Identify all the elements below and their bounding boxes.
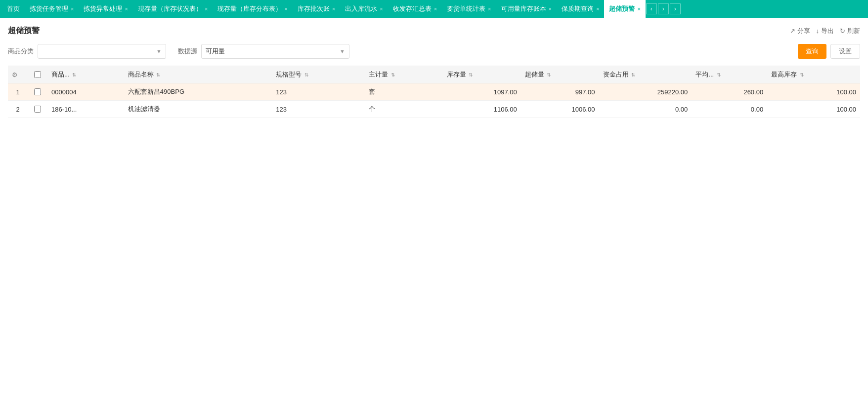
nav-item-stock-batch[interactable]: 库存批次账 × (293, 0, 340, 18)
cell-max-stock: 100.00 (767, 101, 860, 118)
data-table: ⚙ 商品... ⇅ 商品名称 ⇅ 规格型号 ⇅ (8, 66, 860, 118)
datasource-select[interactable]: 可用量 ▼ (201, 44, 349, 59)
th-checkbox (28, 66, 47, 83)
category-filter: 商品分类 ▼ (8, 44, 166, 59)
cell-stock-qty: 1097.00 (443, 83, 521, 101)
select-all-checkbox[interactable] (34, 71, 41, 78)
sort-icon: ⇅ (469, 72, 473, 78)
th-settings[interactable]: ⚙ (8, 66, 28, 83)
th-product-name[interactable]: 商品名称 ⇅ (124, 66, 272, 83)
sort-icon: ⇅ (547, 72, 551, 78)
page-content: 超储预警 ↗ 分享 ↓ 导出 ↻ 刷新 商品分类 ▼ 数据源 (0, 18, 868, 395)
export-icon: ↓ (816, 27, 820, 35)
settings-button[interactable]: 设置 (830, 44, 860, 59)
category-select[interactable]: ▼ (38, 44, 166, 59)
nav-item-avail-stock[interactable]: 可用量库存账本 × (496, 0, 557, 18)
th-stock-qty[interactable]: 库存量 ⇅ (443, 66, 521, 83)
close-icon[interactable]: × (488, 6, 491, 12)
category-label: 商品分类 (8, 47, 34, 56)
cell-max-stock: 100.00 (767, 83, 860, 101)
datasource-select-value: 可用量 (206, 47, 340, 56)
row-checkbox-cell (28, 83, 47, 101)
table-row: 2 186-10... 机油滤清器 123 个 1106.00 1006.00 … (8, 101, 860, 118)
nav-item-task-mgmt[interactable]: 拣货任务管理 × (25, 0, 79, 18)
close-icon[interactable]: × (549, 6, 552, 12)
datasource-filter: 数据源 可用量 ▼ (178, 44, 349, 59)
close-icon[interactable]: × (596, 6, 599, 12)
cell-product-code: 0000004 (47, 83, 124, 101)
chevron-down-icon: ▼ (156, 48, 162, 54)
gear-icon[interactable]: ⚙ (12, 71, 18, 79)
th-overstock-qty[interactable]: 超储量 ⇅ (521, 66, 599, 83)
row-checkbox[interactable] (34, 88, 41, 95)
table-row: 1 0000004 六配套新昌490BPG 123 套 1097.00 997.… (8, 83, 860, 101)
sort-icon: ⇅ (72, 72, 76, 78)
cell-product-name: 机油滤清器 (124, 101, 272, 118)
cell-spec: 123 (272, 101, 365, 118)
th-product-code[interactable]: 商品... ⇅ (47, 66, 124, 83)
cell-unit: 套 (365, 83, 443, 101)
th-max-stock[interactable]: 最高库存 ⇅ (767, 66, 860, 83)
page-header: 超储预警 ↗ 分享 ↓ 导出 ↻ 刷新 (8, 26, 860, 36)
nav-item-stock-status[interactable]: 现存量（库存状况表） × (133, 0, 213, 18)
th-unit[interactable]: 主计量 ⇅ (365, 66, 443, 83)
close-icon[interactable]: × (332, 6, 335, 12)
filter-buttons: 查询 设置 (798, 44, 860, 59)
cell-product-code: 186-10... (47, 101, 124, 118)
close-icon[interactable]: × (380, 6, 383, 12)
nav-item-home[interactable]: 首页 (2, 0, 25, 18)
row-checkbox[interactable] (34, 106, 41, 113)
nav-item-overstock[interactable]: 超储预警 × (604, 0, 645, 18)
th-capital-occ[interactable]: 资金占用 ⇅ (599, 66, 692, 83)
nav-item-shelf-life[interactable]: 保质期查询 × (557, 0, 604, 18)
row-checkbox-cell (28, 101, 47, 118)
cell-product-name: 六配套新昌490BPG (124, 83, 272, 101)
th-avg[interactable]: 平均... ⇅ (692, 66, 767, 83)
row-index: 1 (8, 83, 28, 101)
table-body: 1 0000004 六配套新昌490BPG 123 套 1097.00 997.… (8, 83, 860, 118)
sort-icon: ⇅ (717, 72, 721, 78)
nav-bar: 首页 拣货任务管理 × 拣货异常处理 × 现存量（库存状况表） × 现存量（库存… (0, 0, 868, 18)
datasource-label: 数据源 (178, 47, 197, 56)
query-button[interactable]: 查询 (798, 44, 826, 59)
share-button[interactable]: ↗ 分享 (790, 27, 810, 36)
table-header: ⚙ 商品... ⇅ 商品名称 ⇅ 规格型号 ⇅ (8, 66, 860, 83)
sort-icon: ⇅ (391, 72, 395, 78)
sort-icon: ⇅ (156, 72, 160, 78)
header-actions: ↗ 分享 ↓ 导出 ↻ 刷新 (790, 27, 861, 36)
nav-next-arrow[interactable]: › (658, 3, 669, 14)
sort-icon: ⇅ (800, 72, 804, 78)
cell-avg: 0.00 (692, 101, 767, 118)
row-index: 2 (8, 101, 28, 118)
close-icon[interactable]: × (637, 6, 640, 12)
refresh-button[interactable]: ↻ 刷新 (840, 27, 860, 36)
cell-unit: 个 (365, 101, 443, 118)
sort-icon: ⇅ (631, 72, 635, 78)
nav-more-arrow[interactable]: › (670, 3, 681, 14)
nav-item-order-stats[interactable]: 要货单统计表 × (442, 0, 496, 18)
refresh-icon: ↻ (840, 27, 845, 35)
page-title: 超储预警 (8, 26, 40, 36)
export-button[interactable]: ↓ 导出 (816, 27, 834, 36)
nav-item-in-out-flow[interactable]: 出入库流水 × (340, 0, 388, 18)
nav-item-abnormal[interactable]: 拣货异常处理 × (79, 0, 132, 18)
sort-icon: ⇅ (304, 72, 308, 78)
nav-prev-arrow[interactable]: ‹ (646, 3, 657, 14)
cell-overstock-qty: 1006.00 (521, 101, 599, 118)
th-spec[interactable]: 规格型号 ⇅ (272, 66, 365, 83)
close-icon[interactable]: × (434, 6, 437, 12)
chevron-down-icon: ▼ (340, 48, 345, 54)
nav-item-collect-summary[interactable]: 收发存汇总表 × (388, 0, 442, 18)
filter-row: 商品分类 ▼ 数据源 可用量 ▼ 查询 设置 (8, 44, 860, 59)
cell-avg: 260.00 (692, 83, 767, 101)
close-icon[interactable]: × (125, 6, 128, 12)
share-icon: ↗ (790, 27, 795, 35)
nav-item-stock-dist[interactable]: 现存量（库存分布表） × (213, 0, 292, 18)
close-icon[interactable]: × (205, 6, 208, 12)
close-icon[interactable]: × (284, 6, 287, 12)
close-icon[interactable]: × (71, 6, 74, 12)
cell-stock-qty: 1106.00 (443, 101, 521, 118)
cell-overstock-qty: 997.00 (521, 83, 599, 101)
cell-spec: 123 (272, 83, 365, 101)
cell-capital-occ: 259220.00 (599, 83, 692, 101)
